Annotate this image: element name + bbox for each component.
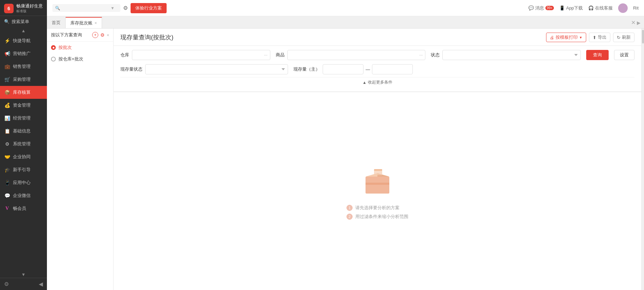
messages-action[interactable]: 💬 消息 99+ [528, 5, 554, 11]
user-name[interactable]: Rit [633, 5, 639, 11]
scroll-down-btn[interactable]: ▼ [0, 271, 47, 278]
inventory-qty-min[interactable] [323, 64, 363, 74]
tip-number-1: 1 [346, 205, 353, 211]
sidebar-item-inventory[interactable]: 📦 库存核算 [0, 86, 47, 99]
tab-close-icon[interactable]: × [95, 21, 97, 25]
sidebar-item-system[interactable]: ⚙ 系统管理 [0, 138, 47, 150]
sidebar-item-finance[interactable]: 💰 资金管理 [0, 99, 47, 112]
print-dropdown-icon[interactable]: ▼ [579, 36, 582, 39]
collapse-filter-label: 收起更多条件 [368, 79, 392, 85]
product-label: 商品 [276, 52, 285, 58]
scheme-item-by-batch[interactable]: 按批次 [47, 42, 113, 53]
newbie-icon: 🎓 [4, 167, 10, 173]
sidebar-item-member[interactable]: V 畅会员 [0, 202, 47, 215]
settings-footer-icon[interactable]: ⚙ [4, 281, 9, 287]
sidebar-item-basic[interactable]: 📋 基础信息 [0, 125, 47, 138]
scroll-up-btn[interactable]: ▲ [0, 28, 47, 34]
page-header-actions: 🖨 按模板打印 ▼ ⬆ 导出 ↻ 刷新 [546, 33, 634, 42]
sidebar-item-marketing[interactable]: 📢 营销推广 [0, 47, 47, 60]
sidebar-item-label: 新手引导 [13, 167, 31, 173]
messages-icon: 💬 [528, 5, 534, 11]
filter-inventory-status: 现存量状态 [120, 64, 288, 74]
basic-icon: 📋 [4, 128, 10, 134]
phone-icon: 📱 [559, 5, 565, 11]
collapse-panel-icon[interactable]: « [107, 33, 109, 37]
online-service-action[interactable]: 🎧 在线客服 [588, 5, 613, 11]
trial-btn[interactable]: 体验行业方案 [131, 3, 167, 13]
tabbar: 首页 库存批次账 × ✕ ▶ [47, 16, 644, 29]
search-bar-icon: 🔍 [55, 6, 60, 11]
scheme-label: 按批次 [58, 44, 72, 51]
sidebar-item-enterprise[interactable]: 🤝 企业协同 [0, 150, 47, 163]
sidebar-item-purchase[interactable]: 🛒 采购管理 [0, 73, 47, 86]
empty-tip-1: 1 请先选择要分析的方案 [346, 205, 408, 211]
tab-inventory-batch[interactable]: 库存批次账 × [66, 17, 102, 28]
refresh-icon: ↻ [617, 35, 621, 40]
inventory-qty-range: — [323, 64, 461, 74]
warehouse-input-wrap: ··· [132, 50, 270, 60]
tab-home[interactable]: 首页 [47, 17, 66, 28]
sidebar-nav: ⚡ 快捷导航 📢 营销推广 💼 销售管理 🛒 采购管理 📦 库存核算 💰 资金管… [0, 34, 47, 271]
messages-badge: 99+ [545, 6, 554, 10]
online-service-label: 在线客服 [595, 5, 613, 11]
scrollbar-thumb[interactable] [642, 30, 644, 43]
svg-rect-0 [366, 177, 389, 194]
sidebar-item-label: 采购管理 [13, 76, 31, 83]
edition-label: 标准版 [16, 9, 43, 14]
sidebar-item-appstore[interactable]: 📱 应用中心 [0, 176, 47, 189]
empty-illustration [357, 163, 398, 197]
topbar-gear-icon[interactable]: ⚙ [123, 5, 128, 11]
filter-inventory-qty: 现存量（主） — [293, 64, 461, 74]
inventory-qty-max[interactable] [372, 64, 413, 74]
inventory-status-select[interactable] [145, 64, 288, 74]
search-wrap: 🔍 ▼ [52, 4, 120, 12]
settings-btn[interactable]: 设置 [614, 50, 634, 60]
printer-icon: 🖨 [550, 35, 554, 40]
refresh-btn[interactable]: ↻ 刷新 [613, 33, 634, 42]
collapse-up-icon: ▲ [362, 80, 367, 85]
sidebar-header: 6 畅康通好生意 标准版 [0, 0, 47, 16]
scheme-settings-icon[interactable]: ⚙ [100, 32, 105, 38]
filter-warehouse: 仓库 ··· [120, 50, 270, 60]
svg-rect-1 [366, 183, 389, 185]
sales-icon: 💼 [4, 64, 10, 70]
product-input[interactable] [287, 50, 426, 60]
sidebar-item-wechat[interactable]: 💬 企业微信 [0, 189, 47, 202]
operations-icon: 📊 [4, 115, 10, 121]
scheme-panel-label: 按以下方案查询 [51, 32, 82, 38]
collapse-filter-btn[interactable]: ▲ 收起更多条件 [120, 77, 634, 87]
export-label: 导出 [598, 34, 607, 40]
scheme-item-by-warehouse-batch[interactable]: 按仓库+批次 [47, 53, 113, 65]
print-btn[interactable]: 🖨 按模板打印 ▼ [546, 33, 586, 42]
tab-close-all-icon[interactable]: ✕ [631, 19, 635, 26]
system-icon: ⚙ [4, 141, 10, 147]
status-select[interactable] [442, 50, 581, 60]
scheme-panel-header: 按以下方案查询 + ⚙ « [47, 29, 113, 42]
export-icon: ⬆ [593, 35, 596, 40]
tab-menu-icon[interactable]: ▶ [637, 20, 641, 25]
appstore-icon: 📱 [4, 180, 10, 186]
purchase-icon: 🛒 [4, 76, 10, 83]
query-btn[interactable]: 查询 [586, 50, 609, 60]
app-download-label: App下载 [566, 5, 583, 11]
tip-text-2: 用过滤条件来缩小分析范围 [355, 214, 408, 220]
search-chevron-icon[interactable]: ▼ [111, 6, 115, 11]
app-download-action[interactable]: 📱 App下载 [559, 5, 583, 11]
user-avatar[interactable] [618, 3, 628, 13]
export-btn[interactable]: ⬆ 导出 [589, 33, 610, 42]
refresh-label: 刷新 [622, 34, 631, 40]
enterprise-icon: 🤝 [4, 154, 10, 160]
sidebar-item-sales[interactable]: 💼 销售管理 [0, 60, 47, 73]
svg-rect-3 [374, 169, 382, 171]
sidebar-item-newbie[interactable]: 🎓 新手引导 [0, 163, 47, 176]
add-scheme-icon[interactable]: + [92, 32, 98, 38]
collapse-sidebar-icon[interactable]: ◀ [39, 281, 43, 287]
sidebar-item-quick-nav[interactable]: ⚡ 快捷导航 [0, 34, 47, 47]
warehouse-input[interactable] [132, 50, 270, 60]
search-input[interactable] [62, 5, 109, 11]
sidebar-item-operations[interactable]: 📊 经营管理 [0, 112, 47, 125]
tab-end-actions: ✕ ▶ [628, 17, 644, 28]
right-scrollbar[interactable] [641, 29, 644, 290]
search-menu-item[interactable]: 🔍 搜索菜单 [0, 16, 47, 28]
topbar: 🔍 ▼ ⚙ 体验行业方案 💬 消息 99+ 📱 App下载 🎧 在线客服 Ri [47, 0, 644, 16]
